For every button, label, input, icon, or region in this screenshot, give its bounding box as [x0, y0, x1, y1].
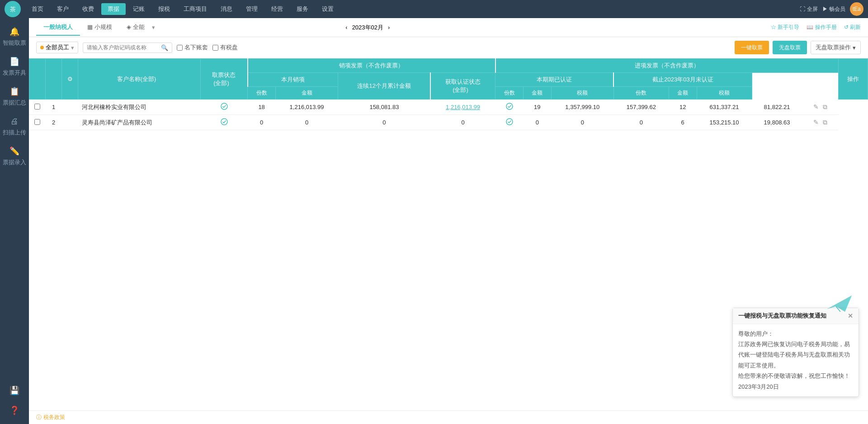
row1-status-icon — [200, 100, 248, 115]
nav-home[interactable]: 首页 — [25, 3, 50, 15]
nav-fee[interactable]: 收费 — [76, 3, 100, 15]
row2-uncert-amount: 153,215.10 — [697, 115, 752, 130]
th-customer-name: 客户名称(全部) ▾ — [78, 59, 201, 100]
row1-check[interactable] — [29, 100, 46, 115]
sidebar-item-label: 扫描上传 — [3, 129, 26, 137]
row1-sale-count: 18 — [248, 100, 276, 115]
nav-customer[interactable]: 客户 — [51, 3, 75, 15]
diskless-ticket-btn[interactable]: 无盘取票 — [773, 41, 807, 54]
search-icon[interactable]: 🔍 — [161, 44, 168, 51]
row1-cert-status — [495, 100, 524, 115]
period-prev-btn[interactable]: ‹ — [345, 24, 347, 31]
search-input-wrap: 🔍 — [83, 43, 172, 53]
employee-dot — [40, 46, 44, 49]
row2-cert-status — [495, 115, 524, 130]
th-ticket-status: 取票状态(全部) ▾ — [200, 59, 248, 100]
new-guide-btn[interactable]: ☆ 新手引导 — [771, 24, 799, 31]
tab-general-taxpayer[interactable]: 一般纳税人 — [36, 19, 80, 36]
row2-settings — [62, 115, 78, 130]
row1-uncert-amount: 631,337.21 — [697, 100, 752, 115]
th-sale-count: 份数 — [248, 87, 276, 100]
filter-taxdisk-checkbox[interactable]: 有税盘 — [212, 43, 238, 52]
small-scale-icon: ▦ — [87, 24, 93, 30]
filter-account-check[interactable] — [177, 45, 183, 51]
popup-close-btn[interactable]: ✕ — [848, 312, 853, 319]
row2-num: 2 — [46, 115, 62, 130]
refresh-btn[interactable]: ↺ 刷新 — [844, 24, 861, 31]
nav-business[interactable]: 工商项目 — [177, 3, 213, 15]
fullscreen-btn[interactable]: ⛶ 全屏 — [800, 5, 817, 13]
sidebar-item-label: 票据录入 — [3, 158, 26, 167]
row2-edit-icon[interactable]: ✎ — [813, 119, 819, 126]
svg-point-2 — [221, 103, 227, 110]
row1-cumulative[interactable]: 1,216,013.99 — [430, 100, 495, 115]
one-click-ticket-btn[interactable]: 一键取票 — [735, 41, 769, 54]
th-until-mar-uncert: 截止2023年03月未认证 — [613, 73, 752, 87]
nav-manage[interactable]: 管理 — [240, 3, 264, 15]
bottom-bar: 税务政策 — [29, 410, 868, 424]
sidebar-item-smart-ticket[interactable]: 🔔 智能取票 — [0, 23, 29, 51]
row2-sale-count: 0 — [248, 115, 276, 130]
sidebar-item-download[interactable]: 💾 — [7, 381, 22, 400]
row2-cert-amount: 0 — [551, 115, 613, 130]
th-uncert-count: 份数 — [613, 87, 669, 100]
sidebar-item-scan-upload[interactable]: 🖨 扫描上传 — [0, 112, 29, 140]
employee-select[interactable]: 全部员工 ▾ — [36, 42, 78, 53]
customer-filter-icon[interactable]: ▾ — [159, 76, 161, 82]
row2-check[interactable] — [29, 115, 46, 130]
download-icon: 💾 — [9, 385, 20, 396]
row1-sale-amount: 1,216,013.99 — [275, 100, 338, 115]
svg-point-5 — [506, 119, 513, 125]
sidebar-item-ticket-summary[interactable]: 📋 票据汇总 — [0, 82, 29, 110]
row2-uncert-count: 6 — [669, 115, 697, 130]
ticket-status-filter-icon[interactable]: ▾ — [231, 81, 234, 86]
avatar[interactable]: tEa — [850, 2, 863, 16]
employee-dropdown-icon: ▾ — [71, 44, 74, 51]
row2-sale-tax: 0 — [338, 115, 431, 130]
row2-cumulative: 0 — [430, 115, 495, 130]
tab-dropdown-icon[interactable]: ▾ — [152, 24, 155, 31]
manual-btn[interactable]: 📖 操作手册 — [807, 24, 836, 31]
tax-policy-link[interactable]: 税务政策 — [36, 414, 65, 421]
employee-label: 全部员工 — [46, 43, 69, 52]
diskless-ops-btn[interactable]: 无盘取票操作 ▾ — [811, 41, 861, 54]
nav-message[interactable]: 消息 — [214, 3, 239, 15]
toolbar-right: 一键取票 无盘取票 无盘取票操作 ▾ — [735, 41, 861, 54]
period-label: 2023年02月 — [352, 24, 383, 32]
nav-bookkeeping[interactable]: 记账 — [127, 3, 151, 15]
nav-ticket[interactable]: 票据 — [101, 3, 126, 15]
th-check — [29, 59, 46, 100]
th-sale-amount: 金额 — [275, 87, 338, 100]
filter-account-checkbox[interactable]: 名下账套 — [177, 43, 208, 52]
row1-edit-icon[interactable]: ✎ — [813, 103, 819, 110]
th-settings: ⚙ — [62, 59, 78, 100]
tab-small-scale[interactable]: ▦小规模 — [80, 19, 119, 36]
nav-settings[interactable]: 设置 — [316, 3, 340, 15]
row1-customer: 河北柯橡柃实业有限公司 — [78, 100, 201, 115]
cert-status-filter-icon[interactable]: ▾ — [471, 87, 473, 93]
tab-all[interactable]: ◈全能 — [119, 19, 152, 36]
period-next-btn[interactable]: › — [388, 24, 390, 31]
vip-btn[interactable]: ▶ 畅会员 — [822, 5, 845, 13]
popup-body: 尊敬的用户： 江苏政务网已恢复访问电子税务局功能，易代账一键登陆电子税务局与无盘… — [733, 324, 859, 396]
app-logo[interactable]: 茶 — [5, 1, 21, 17]
th-operation-group: 操作 — [839, 59, 868, 100]
nav-tax[interactable]: 报税 — [152, 3, 176, 15]
sidebar-item-ticket-entry[interactable]: ✏️ 票据录入 — [0, 142, 29, 170]
sidebar-item-invoice-open[interactable]: 📄 发票开具 — [0, 52, 29, 81]
row1-actions: ✎ ⧉ — [802, 100, 839, 115]
top-right-actions: ⛶ 全屏 ▶ 畅会员 tEa — [800, 2, 863, 16]
search-input[interactable] — [87, 44, 159, 51]
settings-icon[interactable]: ⚙ — [67, 76, 73, 82]
nav-service[interactable]: 服务 — [290, 3, 315, 15]
nav-operation[interactable]: 经营 — [265, 3, 289, 15]
filter-taxdisk-check[interactable] — [212, 45, 218, 51]
popup-decoration-icon — [827, 295, 854, 312]
tab-row: 一般纳税人 ▦小规模 ◈全能 ▾ ‹ 2023年02月 › ☆ 新手引导 📖 操… — [29, 18, 868, 37]
all-icon: ◈ — [127, 24, 131, 30]
row1-copy-icon[interactable]: ⧉ — [823, 103, 827, 110]
row2-copy-icon[interactable]: ⧉ — [823, 119, 827, 126]
row2-cert-count: 0 — [524, 115, 552, 130]
sidebar: 🔔 智能取票 📄 发票开具 📋 票据汇总 🖨 扫描上传 ✏️ 票据录入 💾 ❓ — [0, 18, 29, 424]
sidebar-item-help[interactable]: ❓ — [7, 401, 22, 419]
